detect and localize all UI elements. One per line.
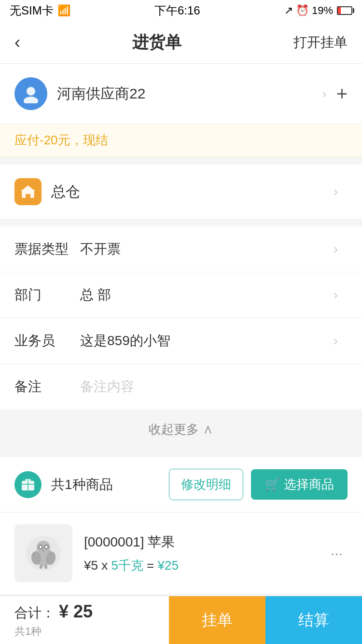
warehouse-icon — [14, 178, 42, 205]
select-product-button[interactable]: 🛒 选择商品 — [251, 469, 348, 500]
sales-row[interactable]: 业务员 这是859的小智 › — [0, 318, 362, 364]
products-header: 共1种商品 修改明细 🛒 选择商品 — [0, 457, 362, 512]
svg-rect-20 — [44, 565, 47, 569]
status-bar: 无SIM卡 📶 下午6:16 ↗ ⏰ 19% — [0, 0, 362, 21]
cart-icon: 🛒 — [265, 477, 280, 492]
product-code: [0000001] — [84, 534, 144, 549]
total-text: 合计： — [14, 604, 55, 622]
checkout-button[interactable]: 结算 — [265, 596, 362, 644]
dept-row[interactable]: 部门 总 部 › — [0, 272, 362, 318]
equals-sign: = — [147, 558, 157, 573]
divider-1 — [0, 449, 362, 457]
total-section: 合计： ¥ 25 共1种 — [0, 602, 169, 639]
invoice-label: 票据类型 — [14, 240, 72, 258]
bottom-bar: 合计： ¥ 25 共1种 挂单 结算 — [0, 596, 362, 644]
back-button[interactable]: ‹ — [14, 32, 20, 53]
warehouse-chevron-icon: › — [334, 184, 338, 199]
alarm-icon: ⏰ — [296, 4, 309, 17]
remark-row[interactable]: 备注 备注内容 — [0, 364, 362, 409]
warehouse-name: 总仓 — [51, 182, 334, 202]
multiply-sign: x — [101, 558, 111, 573]
svg-point-0 — [27, 87, 35, 96]
status-time: 下午6:16 — [154, 3, 200, 18]
supplier-row[interactable]: 河南供应商22 › + — [0, 64, 362, 124]
svg-rect-4 — [26, 194, 30, 198]
products-count: 共1种商品 — [51, 476, 169, 494]
svg-point-15 — [45, 546, 48, 548]
edit-details-button[interactable]: 修改明细 — [169, 469, 243, 500]
invoice-row[interactable]: 票据类型 不开票 › — [0, 226, 362, 272]
more-options-button[interactable]: ··· — [326, 540, 348, 566]
battery-percent: 19% — [312, 4, 333, 17]
form-card: 票据类型 不开票 › 部门 总 部 › 业务员 这是859的小智 › 备注 备注… — [0, 226, 362, 409]
total-amount: ¥ 25 — [59, 602, 93, 622]
select-product-label: 选择商品 — [284, 476, 334, 493]
unit-price: ¥5 — [84, 558, 98, 573]
sales-value: 这是859的小智 — [72, 332, 334, 350]
remark-label: 备注 — [14, 378, 72, 396]
svg-rect-19 — [40, 565, 42, 569]
svg-point-1 — [24, 97, 38, 103]
dept-chevron-icon: › — [334, 287, 338, 303]
warning-bar: 应付-20元，现结 — [0, 124, 362, 157]
supplier-name: 河南供应商22 — [57, 84, 322, 104]
total-label: 合计： ¥ 25 — [14, 602, 154, 622]
warning-text: 应付-20元，现结 — [14, 133, 108, 147]
carrier-text: 无SIM卡 — [10, 3, 54, 18]
location-icon: ↗ — [284, 4, 293, 17]
invoice-chevron-icon: › — [334, 241, 338, 257]
status-left: 无SIM卡 📶 — [10, 3, 70, 18]
product-item: [0000001] 苹果 ¥5 x 5千克 = ¥25 ··· — [0, 513, 362, 594]
remark-placeholder: 备注内容 — [72, 378, 348, 396]
warehouse-row[interactable]: 总仓 › — [0, 165, 362, 219]
product-price: ¥5 x 5千克 = ¥25 — [84, 557, 326, 574]
collapse-bar[interactable]: 收起更多 ∧ — [0, 409, 362, 449]
supplier-chevron-icon: › — [322, 86, 326, 101]
product-name: [0000001] 苹果 — [84, 533, 326, 551]
sales-label: 业务员 — [14, 332, 72, 350]
page-title: 进货单 — [132, 31, 181, 54]
item-total: ¥25 — [158, 558, 179, 573]
supplier-card: 河南供应商22 › + 应付-20元，现结 — [0, 64, 362, 157]
wifi-icon: 📶 — [57, 4, 70, 17]
svg-marker-3 — [21, 185, 35, 191]
product-title: 苹果 — [148, 534, 175, 549]
main-content: 河南供应商22 › + 应付-20元，现结 总仓 › 票据类型 不开票 › — [0, 64, 362, 644]
collapse-label: 收起更多 ∧ — [149, 422, 213, 436]
quantity: 5千克 — [111, 558, 143, 573]
sales-chevron-icon: › — [334, 333, 338, 349]
products-icon — [14, 471, 42, 498]
nav-bar: ‹ 进货单 打开挂单 — [0, 21, 362, 64]
total-sub: 共1种 — [14, 624, 154, 639]
dept-value: 总 部 — [72, 286, 334, 304]
invoice-value: 不开票 — [72, 240, 334, 258]
svg-point-14 — [40, 546, 42, 548]
open-hang-button[interactable]: 打开挂单 — [293, 33, 348, 52]
product-info: [0000001] 苹果 ¥5 x 5千克 = ¥25 — [84, 533, 326, 574]
dept-label: 部门 — [14, 286, 72, 304]
product-thumbnail — [14, 524, 72, 582]
battery-icon — [337, 6, 352, 15]
status-right: ↗ ⏰ 19% — [284, 4, 352, 17]
add-button[interactable]: + — [336, 83, 348, 105]
warehouse-card: 总仓 › — [0, 165, 362, 219]
hang-button[interactable]: 挂单 — [169, 596, 265, 644]
supplier-avatar — [14, 77, 47, 110]
